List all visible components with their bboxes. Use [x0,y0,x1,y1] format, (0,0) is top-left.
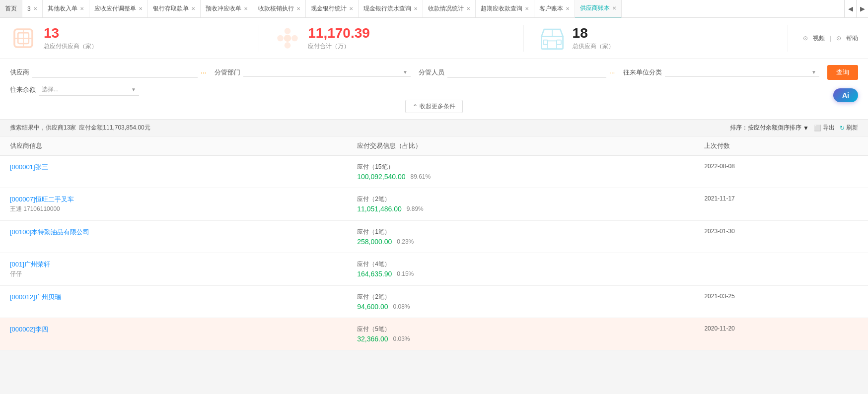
svg-rect-9 [541,36,563,49]
department-select[interactable]: ▼ [243,68,411,77]
supplier-input[interactable] [32,67,198,78]
flower-icon [274,25,301,52]
nav-tab-close[interactable]: ✕ [80,6,84,11]
nav-tab-close[interactable]: ✕ [466,6,470,11]
tx-label: 应付（5笔） [357,325,684,333]
filter-row-1: 供应商 ··· 分管部门 ▼ 分管人员 ··· 往来单位分类 ▼ 查询 [10,65,858,80]
sort-button[interactable]: 排序：按应付余额倒序排序 ▼ [730,124,809,132]
supplier-link[interactable]: [001]广州荣轩 [10,261,50,268]
refresh-label: 刷新 [846,124,858,132]
nav-tab-supplier-account[interactable]: 供应商账本✕ [575,0,622,18]
nav-tab-close[interactable]: ✕ [525,6,529,11]
table-row: [000012]广州贝瑞应付（2笔）94,600.000.08%2021-03-… [0,286,868,318]
supplier-link[interactable]: [000002]李四 [10,326,48,333]
category-select[interactable]: ▼ [665,68,820,77]
export-button[interactable]: ⬜ 导出 [814,124,835,132]
refresh-button[interactable]: ↻ 刷新 [840,124,858,132]
total-suppliers-label: 总供应商（家） [573,42,614,51]
amount-value[interactable]: 32,366.00 [357,335,388,343]
tx-info-block: 应付（2笔）11,051,486.009.89% [357,195,684,213]
summary-links: ⊙ 视频 | ⊙ 帮助 [803,34,858,43]
filter-supplier: 供应商 ··· [10,67,207,78]
nav-tab-bank-deposit[interactable]: 银行存取款单✕ [148,0,201,18]
filter-row-2: 往来余额 选择... ▼ [10,84,858,96]
nav-tab-close[interactable]: ✕ [612,5,616,11]
svg-point-6 [285,42,291,49]
nav-tab-customer-account[interactable]: 客户账本✕ [534,0,575,18]
search-button[interactable]: 查询 [827,65,858,80]
last-date-value: 2020-11-20 [704,325,734,332]
refresh-icon: ↻ [840,125,845,131]
supplier-ellipsis-icon[interactable]: ··· [201,68,207,76]
last-date-cell: 2022-08-08 [694,156,868,188]
svg-rect-11 [543,40,548,45]
person-ellipsis-icon[interactable]: ··· [609,68,615,76]
balance-select[interactable]: 选择... ▼ [39,84,139,96]
tx-info-block: 应付（15笔）100,092,540.0089.61% [357,163,684,181]
supplier-link[interactable]: [000001]张三 [10,163,48,171]
ai-button[interactable]: Ai [833,88,858,102]
tx-label: 应付（2笔） [357,293,684,301]
nav-tab-overdue-query[interactable]: 超期应收款查询✕ [476,0,534,18]
tx-pct: 9.89% [407,205,424,212]
supplier-link[interactable]: [000007]恒旺二手叉车 [10,196,74,203]
help-link[interactable]: 帮助 [846,34,858,43]
result-summary: 搜索结果中，供应商13家 [10,124,76,132]
nav-tab-close[interactable]: ✕ [191,6,195,11]
circle-icon: ⊙ [803,35,808,42]
tx-info-block: 应付（1笔）258,000.000.23% [357,228,684,246]
person-input[interactable] [447,67,606,78]
nav-tab-ap-adjust[interactable]: 应收应付调整单✕ [89,0,148,18]
balance-label: 往来余额 [10,85,36,94]
nav-tab-home[interactable]: 首页 [0,0,22,18]
nav-tab-advance[interactable]: 预收冲应收单✕ [201,0,253,18]
nav-tab-label: 预收冲应收单 [206,4,241,13]
tx-info-block: 应付（2笔）94,600.000.08% [357,293,684,311]
nav-tab-close[interactable]: ✕ [349,6,353,11]
supplier-link[interactable]: [00100]本特勤油品有限公司 [10,228,89,236]
nav-tab-close[interactable]: ✕ [296,6,300,11]
nav-tab-close[interactable]: ✕ [414,6,418,11]
category-label: 往来单位分类 [623,68,662,77]
nav-tab-close[interactable]: ✕ [139,6,143,11]
nav-tab-cash-bank-flow[interactable]: 现金银行流水查询✕ [359,0,423,18]
supplier-link[interactable]: [000012]广州贝瑞 [10,293,61,301]
collapse-button[interactable]: ⌃ 收起更多条件 [405,100,463,113]
amount-value[interactable]: 100,092,540.00 [357,173,405,181]
filter-person: 分管人员 ··· [419,67,615,78]
amount-row: 32,366.000.03% [357,335,684,343]
amount-value[interactable]: 94,600.00 [357,303,388,311]
amount-row: 100,092,540.0089.61% [357,173,684,181]
nav-tab-tab1[interactable]: 3✕ [22,0,43,18]
result-bar-actions: 排序：按应付余额倒序排序 ▼ ⬜ 导出 ↻ 刷新 [730,124,858,132]
nav-arrow-right[interactable]: ▶ [856,0,868,18]
amount-value[interactable]: 164,635.90 [357,270,392,278]
supplier-info-cell: [000007]恒旺二手叉车王通 17106110000 [0,188,347,221]
nav-tab-receipt-verify[interactable]: 收款核销执行✕ [253,0,306,18]
amount-value[interactable]: 258,000.00 [357,238,392,246]
nav-tab-cash-bank-stat[interactable]: 现金银行统计✕ [306,0,359,18]
amount-row: 11,051,486.009.89% [357,205,684,213]
last-date-cell: 2021-03-25 [694,286,868,318]
nav-tab-close[interactable]: ✕ [566,6,570,11]
nav-tab-close[interactable]: ✕ [244,6,248,11]
tx-pct: 0.03% [393,335,410,342]
nav-tab-close[interactable]: ✕ [33,6,37,11]
tx-info-block: 应付（5笔）32,366.000.03% [357,325,684,343]
video-link[interactable]: 视频 [813,34,825,43]
nav-arrow-left[interactable]: ◀ [844,0,856,18]
tx-label: 应付（1笔） [357,228,684,236]
nav-tab-label: 银行存取款单 [153,4,189,13]
tx-info-cell: 应付（2笔）11,051,486.009.89% [347,188,694,221]
department-dropdown-icon: ▼ [403,69,408,75]
result-amount: 应付金额111,703,854.00元 [79,124,150,132]
payable-total-number: 11,170.39 [308,26,370,41]
nav-tab-other-income[interactable]: 其他收入单✕ [43,0,89,18]
nav-tab-receipt-stat[interactable]: 收款情况统计✕ [423,0,476,18]
nav-tab-label: 现金银行流水查询 [363,4,411,13]
last-date-cell [694,253,868,286]
circle-icon2: ⊙ [836,35,841,42]
balance-dropdown-icon: ▼ [131,87,136,92]
amount-value[interactable]: 11,051,486.00 [357,205,402,213]
person-label: 分管人员 [419,68,444,77]
